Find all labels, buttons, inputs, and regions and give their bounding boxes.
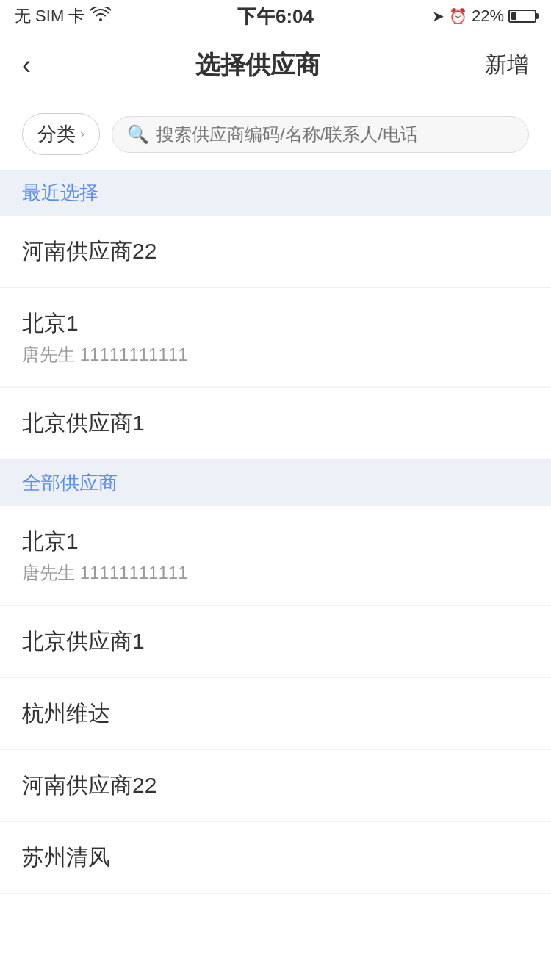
item-name: 河南供应商22 bbox=[22, 237, 529, 267]
item-name: 北京供应商1 bbox=[22, 408, 529, 439]
item-name: 北京供应商1 bbox=[22, 627, 529, 657]
all-section-header: 全部供应商 bbox=[0, 460, 551, 506]
item-name: 北京1 bbox=[22, 309, 529, 339]
all-section-label: 全部供应商 bbox=[22, 472, 118, 494]
wifi-icon bbox=[90, 7, 111, 26]
recent-section-label: 最近选择 bbox=[22, 181, 98, 203]
item-name: 苏州清风 bbox=[22, 843, 529, 873]
search-wrap: 🔍 bbox=[112, 116, 529, 153]
item-name: 河南供应商22 bbox=[22, 771, 529, 801]
recent-section-header: 最近选择 bbox=[0, 170, 551, 216]
all-items-list: 北京1唐先生 11111111111北京供应商1杭州维达河南供应商22苏州清风 bbox=[0, 506, 551, 894]
carrier-text: 无 SIM 卡 bbox=[15, 5, 84, 27]
item-name: 杭州维达 bbox=[22, 699, 529, 729]
list-item[interactable]: 北京1唐先生 11111111111 bbox=[0, 506, 551, 606]
status-right: ➤ ⏰ 22% bbox=[432, 7, 536, 26]
list-item[interactable]: 北京供应商1 bbox=[0, 606, 551, 678]
search-icon: 🔍 bbox=[127, 124, 149, 145]
status-bar: 无 SIM 卡 下午6:04 ➤ ⏰ 22% bbox=[0, 0, 551, 32]
nav-bar: ‹ 选择供应商 新增 bbox=[0, 32, 551, 98]
back-button[interactable]: ‹ bbox=[22, 52, 31, 79]
status-left: 无 SIM 卡 bbox=[15, 5, 111, 27]
chevron-right-icon: › bbox=[80, 126, 84, 142]
status-time: 下午6:04 bbox=[237, 4, 314, 29]
battery-indicator bbox=[508, 10, 536, 23]
category-label: 分类 bbox=[37, 121, 76, 147]
item-sub: 唐先生 11111111111 bbox=[22, 561, 529, 585]
filter-bar: 分类 › 🔍 bbox=[0, 98, 551, 170]
location-icon: ➤ bbox=[432, 7, 444, 25]
list-item[interactable]: 杭州维达 bbox=[0, 678, 551, 750]
search-input[interactable] bbox=[156, 124, 514, 145]
category-button[interactable]: 分类 › bbox=[22, 113, 100, 155]
item-name: 北京1 bbox=[22, 527, 529, 557]
alarm-icon: ⏰ bbox=[449, 7, 467, 25]
new-action-button[interactable]: 新增 bbox=[485, 50, 529, 80]
recent-items-list: 河南供应商22北京1唐先生 11111111111北京供应商1 bbox=[0, 216, 551, 460]
page-title: 选择供应商 bbox=[195, 48, 320, 82]
item-sub: 唐先生 11111111111 bbox=[22, 343, 529, 367]
list-item[interactable]: 河南供应商22 bbox=[0, 216, 551, 288]
battery-percent: 22% bbox=[472, 7, 504, 26]
list-item[interactable]: 苏州清风 bbox=[0, 822, 551, 894]
list-item[interactable]: 河南供应商22 bbox=[0, 750, 551, 822]
list-item[interactable]: 北京1唐先生 11111111111 bbox=[0, 288, 551, 388]
list-item[interactable]: 北京供应商1 bbox=[0, 388, 551, 460]
